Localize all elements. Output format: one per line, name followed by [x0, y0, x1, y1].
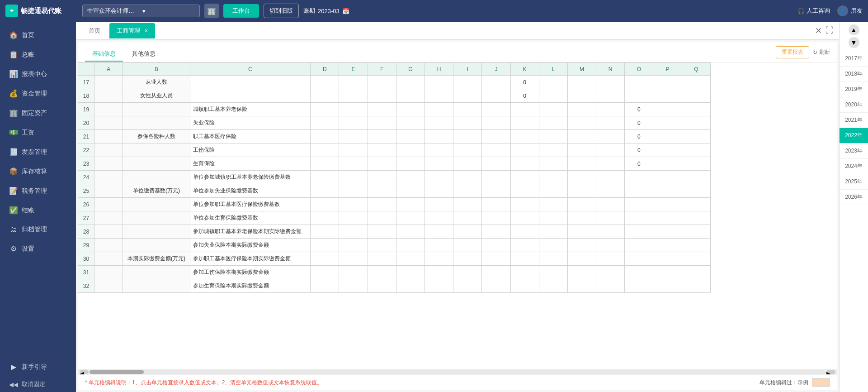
cell-P[interactable]	[653, 211, 682, 225]
cell-D[interactable]	[311, 225, 339, 239]
cell-G[interactable]	[396, 89, 425, 103]
cell-N[interactable]	[596, 171, 625, 184]
cell-M[interactable]	[567, 211, 596, 225]
cell-B[interactable]	[123, 225, 190, 239]
cell-A[interactable]	[94, 252, 123, 266]
cell-D[interactable]	[311, 143, 339, 157]
sidebar-item-finance[interactable]: 💰 资金管理	[0, 84, 76, 103]
cell-O[interactable]	[625, 225, 653, 239]
sidebar-item-inventory[interactable]: 📦 库存核算	[0, 162, 76, 181]
cell-P[interactable]	[653, 225, 682, 239]
horizontal-scrollbar[interactable]: ◀ ▶	[78, 369, 837, 374]
cell-H[interactable]	[425, 143, 453, 157]
cell-J[interactable]	[482, 130, 510, 143]
cell-E[interactable]	[339, 266, 368, 279]
cell-E[interactable]	[339, 198, 368, 211]
cell-K[interactable]	[510, 239, 539, 252]
cell-A[interactable]	[94, 130, 123, 143]
cell-H[interactable]	[425, 89, 453, 103]
cell-M[interactable]	[567, 89, 596, 103]
cell-B[interactable]: 参保各险种人数	[123, 130, 190, 143]
cell-D[interactable]	[311, 198, 339, 211]
cell-G[interactable]	[396, 211, 425, 225]
cell-C[interactable]: 失业保险	[190, 116, 310, 130]
cell-H[interactable]	[425, 239, 453, 252]
cell-A[interactable]	[94, 171, 123, 184]
cell-O[interactable]	[625, 198, 653, 211]
cell-Q[interactable]	[682, 239, 710, 252]
cell-B[interactable]	[123, 266, 190, 279]
cell-Q[interactable]	[682, 157, 710, 171]
cell-I[interactable]	[453, 76, 482, 89]
cell-N[interactable]	[596, 76, 625, 89]
cell-A[interactable]	[94, 89, 123, 103]
cell-E[interactable]	[339, 116, 368, 130]
cell-K[interactable]: 0	[510, 89, 539, 103]
cell-C[interactable]: 参加生育保险本期实际缴费金额	[190, 279, 310, 293]
cell-G[interactable]	[396, 198, 425, 211]
year-item[interactable]: 2019年	[840, 82, 868, 97]
cell-C[interactable]: 单位参加职工基本医疗保险缴费基数	[190, 198, 310, 211]
cell-G[interactable]	[396, 252, 425, 266]
cell-Q[interactable]	[682, 76, 710, 89]
cell-I[interactable]	[453, 143, 482, 157]
cell-I[interactable]	[453, 130, 482, 143]
cell-O[interactable]	[625, 239, 653, 252]
cell-Q[interactable]	[682, 130, 710, 143]
cell-L[interactable]	[539, 211, 567, 225]
cell-F[interactable]	[368, 239, 396, 252]
cell-H[interactable]	[425, 103, 453, 116]
h-scroll-track[interactable]	[90, 370, 826, 374]
sidebar-item-reports[interactable]: 📊 报表中心	[0, 64, 76, 84]
cell-H[interactable]	[425, 198, 453, 211]
cell-A[interactable]	[94, 76, 123, 89]
cell-J[interactable]	[482, 211, 510, 225]
cell-F[interactable]	[368, 103, 396, 116]
cell-E[interactable]	[339, 225, 368, 239]
cell-D[interactable]	[311, 239, 339, 252]
cell-M[interactable]	[567, 130, 596, 143]
cell-H[interactable]	[425, 266, 453, 279]
tab-home[interactable]: 首页	[81, 23, 108, 38]
cell-K[interactable]	[510, 143, 539, 157]
cell-C[interactable]: 参加失业保险本期实际缴费金额	[190, 239, 310, 252]
cell-Q[interactable]	[682, 171, 710, 184]
cell-H[interactable]	[425, 184, 453, 198]
sidebar-item-newuser[interactable]: ▶ 新手引导	[0, 357, 76, 377]
cell-Q[interactable]	[682, 198, 710, 211]
cell-O[interactable]: 0	[625, 157, 653, 171]
cell-B[interactable]	[123, 171, 190, 184]
cell-L[interactable]	[539, 184, 567, 198]
cell-L[interactable]	[539, 252, 567, 266]
cell-H[interactable]	[425, 211, 453, 225]
cell-M[interactable]	[567, 116, 596, 130]
cell-E[interactable]	[339, 239, 368, 252]
cell-L[interactable]	[539, 239, 567, 252]
cell-L[interactable]	[539, 116, 567, 130]
cell-P[interactable]	[653, 252, 682, 266]
cell-Q[interactable]	[682, 211, 710, 225]
cell-E[interactable]	[339, 157, 368, 171]
cell-O[interactable]	[625, 252, 653, 266]
cell-N[interactable]	[596, 225, 625, 239]
cell-E[interactable]	[339, 130, 368, 143]
cell-I[interactable]	[453, 198, 482, 211]
cell-F[interactable]	[368, 184, 396, 198]
cell-M[interactable]	[567, 157, 596, 171]
cell-M[interactable]	[567, 103, 596, 116]
cell-A[interactable]	[94, 184, 123, 198]
cell-M[interactable]	[567, 76, 596, 89]
cell-N[interactable]	[596, 157, 625, 171]
expand-icon[interactable]: ⛶	[826, 26, 834, 35]
cell-J[interactable]	[482, 225, 510, 239]
cell-A[interactable]	[94, 225, 123, 239]
h-scroll-right[interactable]: ▶	[826, 370, 835, 374]
cell-C[interactable]: 参加城镇职工基本养老保险本期实际缴费金额	[190, 225, 310, 239]
cell-J[interactable]	[482, 171, 510, 184]
cell-A[interactable]	[94, 143, 123, 157]
cell-J[interactable]	[482, 116, 510, 130]
cell-P[interactable]	[653, 239, 682, 252]
cell-J[interactable]	[482, 76, 510, 89]
cell-Q[interactable]	[682, 89, 710, 103]
cell-N[interactable]	[596, 252, 625, 266]
